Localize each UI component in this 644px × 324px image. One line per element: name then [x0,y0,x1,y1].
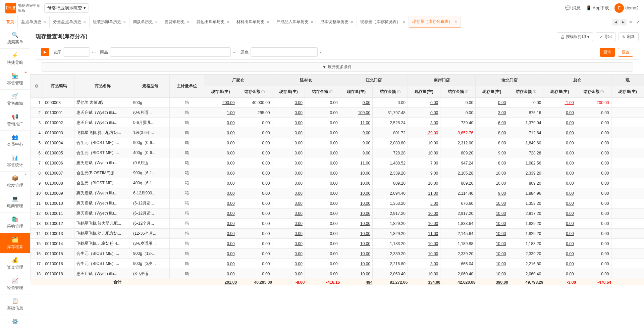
cell-total-qty[interactable]: 0.00 [543,118,576,128]
tab-close-inventory[interactable]: ✕ [43,20,46,24]
sidebar-item-system[interactable]: ⚙️ 系统管理 [0,315,30,324]
cell-total-qty[interactable]: 0.00 [543,259,576,269]
footer-total-qty[interactable]: -3.00 [543,279,576,285]
cell-chencun-qty[interactable]: 0.00 [272,229,305,239]
cell-nanan-qty[interactable]: 10.00 [408,138,440,148]
cell-jiangbei-qty[interactable]: 10.00 [340,198,372,209]
tab-close-product[interactable]: ✕ [311,20,313,24]
tab-transfer[interactable]: 调拨单历史 ✕ [129,16,161,28]
cell-yubei-qty[interactable]: 10.00 [476,249,508,259]
th-gear[interactable]: ⚙ [31,75,43,98]
cell-factory-qty[interactable]: 0.00 [204,118,237,128]
warehouse-input[interactable] [63,47,90,57]
cell-jiangbei-qty[interactable]: 11.00 [340,118,372,128]
cell-factory-qty[interactable]: 0.00 [204,219,237,229]
tab-product-in[interactable]: 产成品入库单历史 ✕ [273,16,317,28]
cell-total-qty[interactable]: 0.00 [543,178,576,188]
cell-yubei-qty[interactable]: 10.00 [476,239,508,249]
cell-jiangbei-qty[interactable]: 10.00 [340,229,372,239]
cell-jiangbei-qty[interactable]: 10.00 [340,269,372,279]
cell-chencun-qty[interactable]: 0.00 [272,118,305,128]
cell-nanan-qty[interactable]: 10.00 [408,148,440,158]
sidebar-item-retail-mgmt[interactable]: 🏪 零售管理 ▲ [0,69,30,90]
cell-yubei-qty[interactable]: 9.00 [476,188,508,198]
tab-close-quantity[interactable]: ✕ [83,20,86,24]
cell-factory-qty[interactable]: 1.00 [204,108,237,118]
cell-factory-qty[interactable]: 0.00 [204,168,237,178]
cell-total-qty[interactable]: 0.00 [543,198,576,209]
cell-nanan-qty[interactable]: 10.00 [408,239,440,249]
sidebar-item-retail-mall[interactable]: 🛒 零售商城 [0,90,30,110]
nav-close-all[interactable]: ✕ [627,19,634,26]
cell-yubei-qty[interactable]: 9.00 [476,148,508,158]
cell-nanan-qty[interactable]: 3.00 [408,118,440,128]
cell-total-qty[interactable]: 0.00 [543,158,576,168]
cell-nanan-qty[interactable]: 3.00 [408,259,440,269]
color-input[interactable] [251,47,318,57]
cell-factory-qty[interactable]: 0.00 [204,249,237,259]
export-button[interactable]: ↗ 导出 [596,32,616,41]
cell-yubei-qty[interactable]: 10.00 [476,229,508,239]
tab-outbound[interactable]: 其他出库单历史 ✕ [193,16,233,28]
cell-jiangbei-qty[interactable]: 11.00 [340,158,372,168]
cell-factory-qty[interactable]: 0.00 [204,229,237,239]
cell-yubei-qty[interactable]: 8.00 [476,158,508,168]
cell-nanan-qty[interactable]: 0.00 [408,98,440,108]
nav-next[interactable]: ▶ [620,19,627,26]
print-button[interactable]: 🖨 按模板打印 ▾ [557,32,593,41]
cell-nanan-qty[interactable]: 11.00 [408,188,440,198]
footer-factory-qty[interactable]: 201.00 [204,279,237,285]
sidebar-item-ops[interactable]: 📈 经营管理 [0,274,30,294]
cell-chencun-qty[interactable]: 0.00 [272,198,305,209]
tab-stock-dist[interactable]: 现存量（库存分布表） ✕ [409,16,461,28]
cell-nanan-qty[interactable]: 5.00 [408,198,440,209]
cell-factory-qty[interactable]: 0.00 [204,158,237,168]
cell-factory-qty[interactable]: 0.00 [204,198,237,209]
cell-jiangbei-qty[interactable]: 10.00 [340,249,372,259]
cell-factory-qty[interactable]: 0.00 [204,178,237,188]
cell-yubei-qty[interactable]: 8.00 [476,128,508,138]
tab-material-out[interactable]: 材料出库单历史 ✕ [233,16,273,28]
footer-chencun-qty[interactable]: -8.00 [272,279,305,285]
cell-nanan-qty[interactable]: 0.00 [408,108,440,118]
cell-total-qty[interactable]: 0.00 [543,138,576,148]
cell-yubei-qty[interactable]: 10.00 [476,198,508,209]
sidebar-item-purchase[interactable]: 🛍️ 采购管理 [0,213,30,233]
cell-total-qty[interactable]: 0.00 [543,229,576,239]
tab-close-assembly[interactable]: ✕ [123,20,126,24]
cell-factory-qty[interactable]: 200.00 [204,98,237,108]
cell-factory-qty[interactable]: 0.00 [204,239,237,249]
cell-total-qty[interactable]: -1.00 [543,98,576,108]
cell-chencun-qty[interactable]: 0.00 [272,148,305,158]
store-selector[interactable]: 母婴行业演示陈套 ▾ [44,3,89,13]
tab-order[interactable]: 要货单历史 ✕ [161,16,193,28]
footer-nanan-qty[interactable]: 334.00 [408,279,440,285]
nav-expand[interactable]: ⤢ [635,19,641,26]
tab-stock-status[interactable]: 现存量（库存状况表） ✕ [357,16,409,28]
tab-close-material[interactable]: ✕ [267,20,269,24]
tab-assembly[interactable]: 组装拆卸单历史 ✕ [90,16,129,28]
cell-yubei-qty[interactable]: 3.00 [476,108,508,118]
nav-prev[interactable]: ◀ [612,19,619,26]
query-button[interactable]: 查询 [600,48,615,57]
cell-factory-qty[interactable]: 0.00 [204,209,237,219]
cell-chencun-qty[interactable]: 0.00 [272,168,305,178]
cell-chencun-qty[interactable]: 0.00 [272,178,305,188]
cell-yubei-qty[interactable]: 8.00 [476,138,508,148]
cell-jiangbei-qty[interactable]: 9.00 [340,138,372,148]
cell-jiangbei-qty[interactable]: 10.00 [340,219,372,229]
cell-total-qty[interactable]: 0.00 [543,168,576,178]
tab-close-stock-dist[interactable]: ✕ [454,20,457,24]
cell-total-qty[interactable]: 0.00 [543,108,576,118]
cell-jiangbei-qty[interactable]: 10.00 [340,178,372,188]
expand-conditions-btn[interactable]: ▼ 展开更多条件 [41,62,633,72]
product-dots[interactable]: ··· [233,49,237,55]
cell-chencun-qty[interactable]: 0.00 [272,108,305,118]
cell-chencun-qty[interactable]: 0.00 [272,128,305,138]
refresh-button[interactable]: ↻ 刷新 [619,32,639,41]
cell-jiangbei-qty[interactable]: 109.00 [340,108,372,118]
cell-yubei-qty[interactable]: 0.00 [476,98,508,108]
footer-yubei-qty[interactable]: 390.00 [476,279,508,285]
cell-chencun-qty[interactable]: 0.00 [272,138,305,148]
sidebar-item-base[interactable]: 📋 基础信息 [0,294,30,315]
